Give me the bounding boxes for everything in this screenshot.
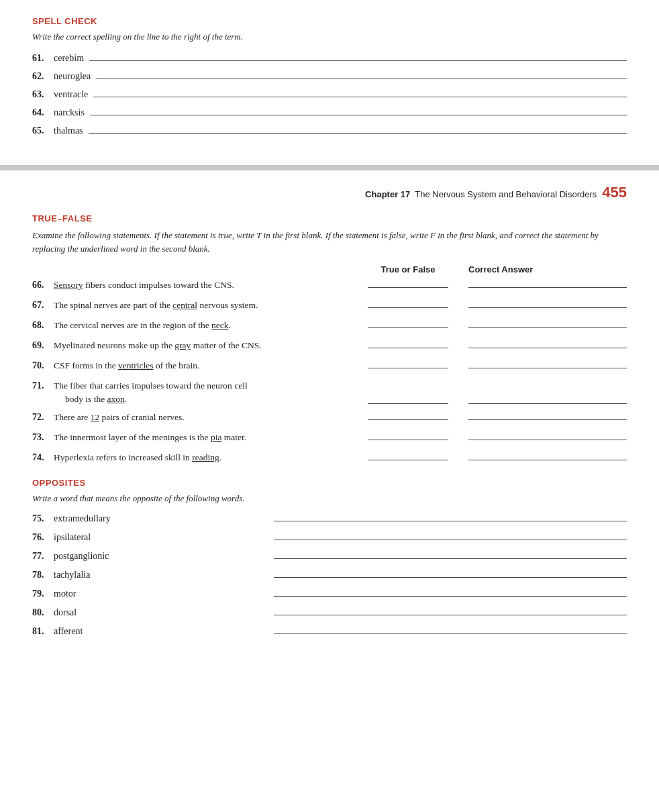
opposites-instructions: Write a word that means the opposite of … bbox=[32, 493, 627, 504]
tf-blank-71 bbox=[354, 395, 462, 405]
item-number: 62. bbox=[32, 71, 54, 82]
chapter-subtitle: The Nervous System and Behavioral Disord… bbox=[415, 189, 597, 199]
tf-text: Hyperlexia refers to increased skill in … bbox=[54, 451, 221, 464]
tf-statement-74: 74. Hyperlexia refers to increased skill… bbox=[32, 451, 354, 464]
tf-row-72: 72. There are 12 pairs of cranial nerves… bbox=[32, 411, 627, 425]
tf-text: There are 12 pairs of cranial nerves. bbox=[54, 411, 185, 424]
opp-answer-78 bbox=[274, 568, 627, 578]
tf-text: CSF forms in the ventricles of the brain… bbox=[54, 359, 199, 372]
blank-line bbox=[368, 278, 448, 288]
blank-line bbox=[368, 411, 448, 420]
tf-blank-68 bbox=[354, 319, 462, 329]
tf-statement-72: 72. There are 12 pairs of cranial nerves… bbox=[32, 411, 354, 424]
spell-check-title: SPELL CHECK bbox=[32, 16, 627, 26]
answer-line bbox=[468, 339, 627, 348]
tf-answer-72 bbox=[462, 411, 627, 421]
blank-line bbox=[368, 431, 448, 440]
item-term: neuroglea bbox=[54, 71, 91, 82]
item-number: 76. bbox=[32, 532, 54, 543]
tf-statement-73: 73. The innermost layer of the meninges … bbox=[32, 431, 354, 444]
true-false-title: TRUE–FALSE bbox=[32, 213, 627, 223]
tf-row-71: 71. The fiber that carries impulses towa… bbox=[32, 379, 627, 405]
tf-answer-69 bbox=[462, 339, 627, 350]
item-number: 63. bbox=[32, 89, 54, 100]
tf-blank-66 bbox=[354, 278, 462, 289]
tf-row-73: 73. The innermost layer of the meninges … bbox=[32, 431, 627, 446]
opp-row-80: 80. dorsal bbox=[32, 606, 627, 618]
page-bottom-section: Chapter 17 The Nervous System and Behavi… bbox=[0, 170, 659, 657]
opp-answer-76 bbox=[274, 531, 627, 540]
item-number: 77. bbox=[32, 551, 54, 562]
tf-statement-71: 71. The fiber that carries impulses towa… bbox=[32, 379, 354, 405]
opp-statement-76: 76. ipsilateral bbox=[32, 532, 274, 543]
item-term: thalmas bbox=[54, 125, 83, 136]
item-number: 69. bbox=[32, 339, 54, 352]
opp-row-76: 76. ipsilateral bbox=[32, 531, 627, 543]
blank-line bbox=[368, 451, 448, 460]
tf-blank-74 bbox=[354, 451, 462, 462]
item-number: 64. bbox=[32, 107, 54, 118]
tf-blank-67 bbox=[354, 299, 462, 309]
tf-correct-answer-header: Correct Answer bbox=[462, 264, 627, 274]
answer-line bbox=[468, 431, 627, 440]
answer-line bbox=[96, 70, 627, 79]
item-number: 78. bbox=[32, 570, 54, 580]
tf-row-70: 70. CSF forms in the ventricles of the b… bbox=[32, 359, 627, 374]
answer-line bbox=[468, 278, 627, 288]
blank-line bbox=[368, 395, 448, 404]
answer-line bbox=[89, 124, 627, 134]
tf-true-false-header: True or False bbox=[354, 264, 462, 274]
spell-check-items: 61. cerebim 62. neuroglea 63. ventracle … bbox=[32, 52, 627, 136]
opp-statement-81: 81. afferent bbox=[32, 626, 274, 637]
opp-statement-80: 80. dorsal bbox=[32, 607, 274, 618]
tf-blank-69 bbox=[354, 339, 462, 350]
item-number: 79. bbox=[32, 589, 54, 599]
blank-line bbox=[368, 359, 448, 368]
item-term: narcksis bbox=[54, 107, 85, 118]
tf-blank-73 bbox=[354, 431, 462, 442]
tf-text: The spinal nerves are part of the centra… bbox=[54, 299, 258, 312]
answer-line bbox=[468, 299, 627, 308]
tf-answer-66 bbox=[462, 278, 627, 289]
opp-term: ipsilateral bbox=[54, 532, 91, 543]
tf-answer-73 bbox=[462, 431, 627, 442]
opposites-section: OPPOSITES Write a word that means the op… bbox=[32, 478, 627, 637]
tf-statement-69: 69. Myelinated neurons make up the gray … bbox=[32, 339, 354, 352]
opp-answer-75 bbox=[274, 512, 627, 521]
chapter-label: Chapter 17 The Nervous System and Behavi… bbox=[365, 189, 597, 199]
blank-line bbox=[368, 299, 448, 308]
tf-text: The fiber that carries impulses toward t… bbox=[54, 379, 248, 405]
item-number: 81. bbox=[32, 626, 54, 637]
answer-line bbox=[468, 411, 627, 420]
answer-line bbox=[468, 395, 627, 404]
tf-column-headers: True or False Correct Answer bbox=[32, 264, 627, 274]
spell-item-62: 62. neuroglea bbox=[32, 70, 627, 82]
item-number: 72. bbox=[32, 411, 54, 424]
opp-row-75: 75. extramedullary bbox=[32, 512, 627, 524]
opp-statement-77: 77. postganglionic bbox=[32, 551, 274, 562]
opp-statement-79: 79. motor bbox=[32, 589, 274, 599]
spell-item-65: 65. thalmas bbox=[32, 124, 627, 136]
answer-line bbox=[93, 88, 627, 97]
spell-item-64: 64. narcksis bbox=[32, 106, 627, 118]
opp-term: afferent bbox=[54, 626, 83, 637]
tf-statement-66: 66. Sensory fibers conduct impulses towa… bbox=[32, 278, 354, 292]
tf-text: Myelinated neurons make up the gray matt… bbox=[54, 339, 262, 352]
tf-blank-72 bbox=[354, 411, 462, 421]
item-number: 74. bbox=[32, 451, 54, 464]
page-divider bbox=[0, 165, 659, 170]
opp-term: tachylalia bbox=[54, 570, 90, 580]
opp-row-81: 81. afferent bbox=[32, 625, 627, 637]
tf-answer-71 bbox=[462, 395, 627, 405]
answer-line bbox=[468, 359, 627, 368]
answer-line bbox=[468, 451, 627, 460]
tf-answer-74 bbox=[462, 451, 627, 462]
opp-row-78: 78. tachylalia bbox=[32, 568, 627, 580]
tf-text: Sensory fibers conduct impulses toward t… bbox=[54, 278, 234, 292]
opp-statement-75: 75. extramedullary bbox=[32, 513, 274, 524]
page-number: 455 bbox=[602, 184, 627, 201]
answer-line bbox=[90, 106, 627, 115]
tf-blank-70 bbox=[354, 359, 462, 370]
true-false-section: TRUE–FALSE Examine the following stateme… bbox=[32, 213, 627, 466]
spell-check-instructions: Write the correct spelling on the line t… bbox=[32, 32, 627, 42]
